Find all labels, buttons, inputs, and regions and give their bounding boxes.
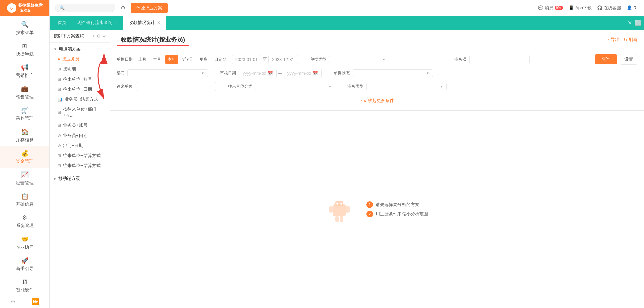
app-edition: 标准版 (19, 8, 32, 13)
message-label: 消息 (545, 5, 553, 11)
sidebar-item-inventory[interactable]: 🏠 库存核算 (0, 125, 49, 146)
add-scheme-btn[interactable]: + (92, 33, 95, 39)
filter-settings-btn[interactable]: 设置 (620, 54, 637, 65)
date-to-input[interactable]: 2023-12-31 (268, 55, 298, 64)
tree-item-unit-settle1[interactable]: ⊞ 往来单位+结算方式 (50, 151, 110, 161)
tab-bank-statement-close[interactable]: ✕ (114, 20, 118, 25)
sidebar-item-funds[interactable]: 💰 资金管理 (0, 146, 49, 168)
tree-item-salesman-settle[interactable]: 📊 业务员+结算方式 (50, 94, 110, 104)
date-from-value: 2023-01-01 (235, 57, 258, 62)
chevron-down-icon: ▼ (201, 71, 204, 75)
online-service-label: 在线客服 (604, 5, 621, 11)
online-service-btn[interactable]: 🎧 在线客服 (597, 5, 621, 11)
app-name: 畅捷通好生意 (18, 3, 43, 8)
tabbar-window-actions: ✕ ⬜ (628, 20, 641, 26)
sidebar-item-purchase[interactable]: 🛒 采购管理 (0, 103, 49, 125)
counterpart-more-icon[interactable]: ··· (207, 84, 211, 89)
sidebar-item-label: 采购管理 (16, 115, 34, 121)
tree-item-unit-dept-collect[interactable]: ⊟ 按往来单位+部门+收... (50, 104, 110, 120)
counterpart-select[interactable]: ··· (136, 82, 216, 91)
topbar-search-box[interactable]: 🔍 (55, 4, 115, 12)
date-from-input[interactable]: 2023-01-01 (232, 55, 262, 64)
trial-btn[interactable]: 体验行业方案 (131, 3, 168, 13)
tree-item-label: 往来单位+日期 (63, 86, 92, 92)
tree-group-mobile[interactable]: ▶ 移动端方案 (50, 173, 110, 184)
sidebar-item-label: 新手引导 (16, 266, 34, 272)
marketing-icon: 📢 (21, 64, 29, 71)
sidebar-item-quicknav[interactable]: ⊞ 快捷导航 (0, 39, 49, 60)
query-btn[interactable]: 查询 (595, 54, 617, 64)
tree-item-dept-date[interactable]: ⊙ 部门+日期 (50, 141, 110, 151)
sidebar-item-guide[interactable]: 🚀 新手引导 (0, 254, 49, 275)
app-download-btn[interactable]: 📱 App下载 (569, 5, 592, 11)
counterpart-cat-select[interactable]: ▼ (255, 83, 335, 90)
tree-item-salesman-date[interactable]: ⊙ 业务员+日期 (50, 131, 110, 141)
tab-collection-stats-close[interactable]: ✕ (157, 20, 160, 25)
chevron-down-icon: ▼ (328, 85, 332, 88)
audit-date-from[interactable]: yyyy-mm-dd 📅 (239, 69, 277, 78)
maximize-window-btn[interactable]: ⬜ (635, 20, 641, 26)
date-btn-custom[interactable]: 自定义 (212, 55, 229, 64)
tree-item-unit-date[interactable]: ⊟ 往来单位+日期 (50, 84, 110, 94)
audit-date-to[interactable]: yyyy-mm-dd 📅 (284, 69, 322, 78)
sidebar-collapse-btn[interactable]: ⏩ (32, 298, 39, 305)
tree-item-label: 往来单位+结算方式 (63, 163, 101, 169)
tree-item-salesman-account[interactable]: ⊟ 业务员+账号 (50, 120, 110, 131)
unit-settle2-icon: ⊟ (58, 163, 61, 168)
sidebar-item-label: 基础信息 (16, 201, 34, 207)
sidebar-item-system[interactable]: ⚙ 系统管理 (0, 211, 49, 232)
tab-bank-statement-label: 现金银行流水查询 (77, 20, 112, 26)
more-options-icon[interactable]: ··· (521, 57, 525, 62)
sidebar-item-search[interactable]: 🔍 搜索菜单 (0, 17, 49, 39)
topbar-settings-btn[interactable]: ⚙ (121, 5, 125, 11)
export-btn[interactable]: ↑ 导出 (607, 37, 620, 43)
collapse-filters-btn[interactable]: ∧∧ 收起更多条件 (117, 95, 637, 106)
svg-rect-0 (333, 204, 346, 216)
biz-type-label: 业务类型 (347, 84, 364, 89)
tree-group-mobile-label: 移动端方案 (58, 175, 80, 182)
tree-item-unit-account[interactable]: ⊟ 往来单位+账号 (50, 74, 110, 84)
funds-icon: 💰 (21, 150, 29, 157)
export-label: 导出 (611, 37, 620, 43)
content-area: 按以下方案查询 + ⚙ « ▼ 电脑端方案 ● 按业务员 (50, 30, 644, 308)
dept-select[interactable]: ▼ (127, 69, 208, 77)
tree-item-label: 按明细 (63, 66, 76, 72)
sidebar-item-sales[interactable]: 💼 销售管理 (0, 82, 49, 103)
date-btn-7days[interactable]: 近7天 (180, 55, 196, 64)
sidebar-item-collab[interactable]: 🤝 企业协同 (0, 232, 49, 254)
refresh-btn[interactable]: ↻ 刷新 (624, 37, 637, 43)
filter-item-audit-date: 审核日期 yyyy-mm-dd 📅 — yyyy-mm-dd 📅 (220, 69, 322, 78)
date-btn-this-year[interactable]: 本年 (165, 55, 178, 64)
sidebar-item-marketing[interactable]: 📢 营销推广 (0, 60, 49, 82)
date-to-value: 2023-12-31 (272, 57, 294, 62)
sidebar-settings-btn[interactable]: ⚙ (10, 298, 16, 305)
sidebar-item-label: 营销推广 (16, 72, 34, 79)
sidebar-item-operations[interactable]: 📈 经营管理 (0, 168, 49, 189)
tab-collection-stats[interactable]: 收款情况统计 ✕ (123, 16, 166, 30)
tree-item-label: 业务员+日期 (63, 133, 88, 139)
collapse-panel-btn[interactable]: « (103, 33, 106, 39)
message-btn[interactable]: 💬 消息 99+ (538, 5, 563, 11)
tree-group-desktop[interactable]: ▼ 电脑端方案 (50, 44, 110, 54)
user-avatar[interactable]: 👤 Rit (627, 5, 639, 10)
tree-item-by-salesman[interactable]: ● 按业务员 (50, 54, 110, 64)
salesman-select[interactable]: ··· (469, 55, 530, 64)
close-window-btn[interactable]: ✕ (628, 20, 632, 26)
sidebar-item-basic[interactable]: 📋 基础信息 (0, 189, 49, 211)
tree-item-unit-settle2[interactable]: ⊟ 往来单位+结算方式 (50, 161, 110, 171)
date-btn-last-month[interactable]: 上月 (136, 55, 149, 64)
date-btn-this-month[interactable]: 本月 (150, 55, 164, 64)
biz-type-select[interactable]: ▼ (366, 83, 447, 90)
doctype-select[interactable]: ▼ (329, 56, 389, 63)
svg-point-2 (336, 203, 338, 205)
tab-home[interactable]: 首页 (52, 16, 72, 30)
step-2-label: 用过滤条件来缩小分析范围 (376, 211, 428, 217)
tab-bank-statement[interactable]: 现金银行流水查询 ✕ (72, 16, 123, 30)
date-btn-more[interactable]: 更多 (197, 55, 210, 64)
sidebar-item-hardware[interactable]: 🖥 智能硬件 (0, 275, 49, 295)
scheme-settings-btn[interactable]: ⚙ (97, 33, 101, 39)
tree-item-by-detail[interactable]: ⊞ 按明细 (50, 64, 110, 74)
calendar-icon: 📅 (268, 71, 273, 76)
purchase-icon: 🛒 (21, 107, 29, 114)
doc-status-select[interactable]: ▼ (353, 69, 433, 77)
